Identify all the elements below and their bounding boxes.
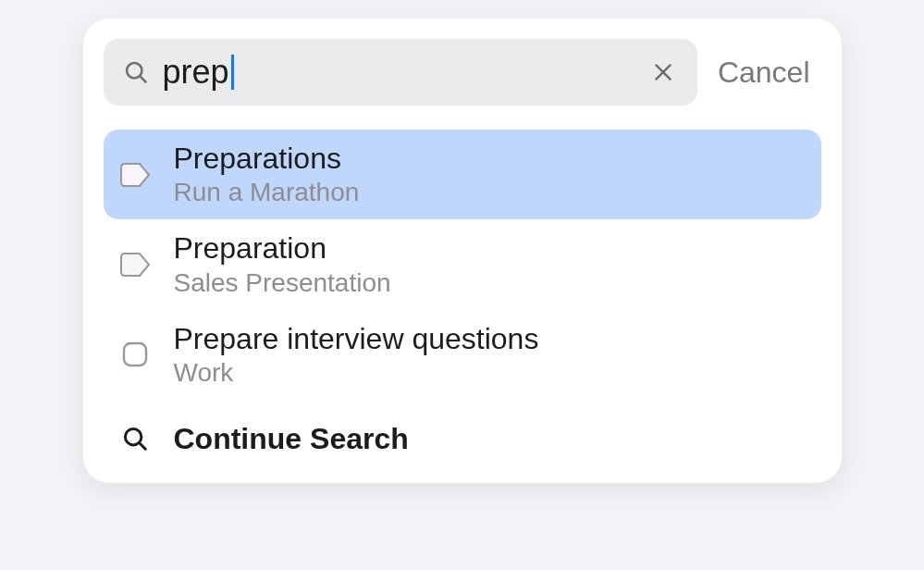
result-text: Preparation Sales Presentation [174, 230, 391, 298]
result-subtitle: Work [174, 356, 539, 389]
result-title: Preparations [174, 141, 360, 176]
search-panel: prep Cancel Preparations Run a Marathon [83, 19, 842, 483]
continue-search-label: Continue Search [174, 422, 409, 456]
result-subtitle: Sales Presentation [174, 266, 391, 299]
search-icon [117, 420, 154, 457]
result-title: Prepare interview questions [174, 321, 539, 356]
clear-icon[interactable] [647, 56, 679, 88]
text-cursor [231, 55, 234, 90]
search-field[interactable]: prep [104, 39, 697, 105]
search-input[interactable]: prep [163, 53, 647, 92]
search-result-item[interactable]: Preparations Run a Marathon [104, 130, 821, 219]
search-query-text: prep [163, 53, 229, 92]
continue-search-button[interactable]: Continue Search [104, 400, 821, 474]
svg-line-6 [140, 443, 145, 449]
cancel-button[interactable]: Cancel [718, 56, 821, 90]
result-text: Preparations Run a Marathon [174, 141, 360, 208]
tag-icon [117, 246, 154, 283]
search-results: Preparations Run a Marathon Preparation … [104, 130, 821, 474]
result-text: Prepare interview questions Work [174, 321, 539, 389]
search-header: prep Cancel [104, 39, 821, 105]
search-icon [122, 58, 150, 86]
search-result-item[interactable]: Prepare interview questions Work [104, 310, 821, 400]
checkbox-icon [117, 336, 154, 373]
result-subtitle: Run a Marathon [174, 176, 360, 208]
svg-line-1 [140, 77, 145, 82]
result-title: Preparation [174, 230, 391, 266]
search-result-item[interactable]: Preparation Sales Presentation [104, 219, 821, 309]
svg-rect-4 [124, 343, 146, 366]
tag-icon [117, 156, 154, 193]
